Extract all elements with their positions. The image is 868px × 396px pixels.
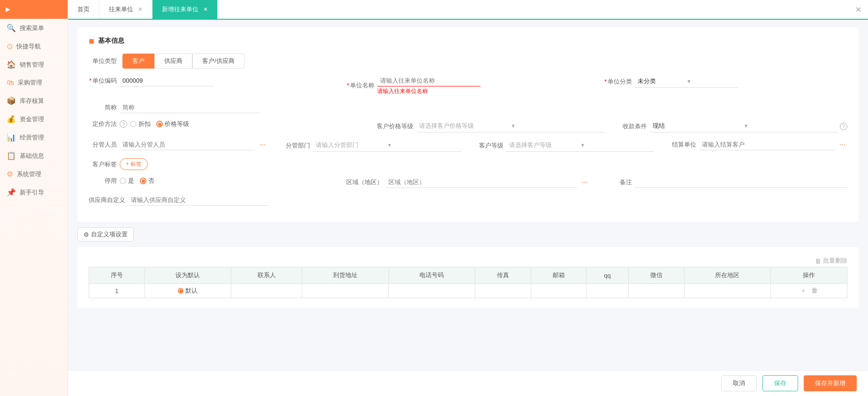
batch-delete-icon: 🗑 — [815, 257, 821, 264]
sidebar-item-label: 资金管理 — [20, 115, 44, 124]
remark-label: 备注 — [604, 178, 632, 186]
customer-tag-label: 客户标签 — [89, 160, 117, 169]
unit-code-input[interactable] — [120, 75, 213, 86]
sidebar-item-guide[interactable]: 📌 新手引导 — [0, 183, 68, 202]
custom-settings-button[interactable]: ⚙ 自定义项设置 — [77, 227, 134, 241]
disabled-yes-radio[interactable] — [120, 178, 126, 184]
default-radio[interactable] — [178, 288, 183, 294]
remark-input[interactable] — [635, 177, 847, 188]
tab-new-partner-label: 新增往来单位 — [162, 5, 198, 14]
type-btn-supplier[interactable]: 供应商 — [154, 54, 192, 69]
short-name-input[interactable] — [120, 102, 260, 113]
department-field: 分管部门 请输入分管部门 ▼ — [282, 139, 461, 152]
col-seq: 序号 — [89, 267, 145, 284]
sidebar-item-quick-nav[interactable]: ⊙ 快捷导航 — [0, 37, 68, 55]
tab-new-partner[interactable]: 新增往来单位 ✕ — [152, 0, 218, 19]
disabled-no-option[interactable]: 否 — [140, 177, 154, 185]
sidebar-item-operations[interactable]: 📊 经营管理 — [0, 128, 68, 147]
pricing-discount-option[interactable]: 折扣 — [130, 120, 151, 128]
sidebar-logo: ▶ — [0, 0, 68, 19]
unit-category-select[interactable]: 未分类 ▼ — [635, 75, 738, 88]
tab-partners[interactable]: 往来单位 ✕ — [99, 0, 152, 19]
region-input[interactable] — [386, 177, 577, 188]
table-row: 1 默认 — [89, 284, 847, 298]
sidebar-item-system[interactable]: ⚙ 系统管理 — [0, 165, 68, 183]
add-tag-button[interactable]: + 标签 — [120, 158, 148, 170]
customer-price-select[interactable]: 请选择客户价格等级 ▼ — [416, 120, 605, 132]
custom-settings-icon: ⚙ — [84, 231, 89, 238]
code-name-category-row: 单位编码 单位名称 请输入往来单位名称 单位分类 未分类 ▼ — [89, 75, 847, 95]
settlement-unit-more-btn[interactable]: ··· — [838, 140, 847, 149]
table-body: 1 默认 — [89, 284, 847, 298]
department-placeholder: 请输入分管部门 — [316, 141, 387, 149]
sidebar-item-sales[interactable]: 🏠 销售管理 — [0, 55, 68, 74]
unit-category-value: 未分类 — [638, 77, 686, 85]
disabled-region-row: 停用 是 否 区域（地区） — [89, 177, 847, 188]
row-delete-icon[interactable]: 🗑 — [810, 287, 819, 294]
sidebar-item-search[interactable]: 🔍 搜索菜单 — [0, 19, 68, 37]
supplier-custom-row: 供应商自定义 — [89, 194, 847, 206]
sidebar-item-label: 销售管理 — [20, 61, 44, 69]
sidebar-item-label: 基础信息 — [20, 152, 44, 160]
short-name-field: 简称 — [89, 102, 847, 113]
pricing-discount-radio[interactable] — [130, 121, 137, 127]
table-header: 序号 设为默认 联系人 到货地址 电话号码 传真 邮箱 qq 微信 所在地区 操… — [89, 267, 847, 284]
col-address: 到货地址 — [302, 267, 388, 284]
save-and-new-button[interactable]: 保存并新增 — [804, 375, 857, 391]
sidebar-item-inventory[interactable]: 📦 库存核算 — [0, 92, 68, 110]
type-btn-customer[interactable]: 客户 — [122, 54, 154, 69]
payment-condition-select[interactable]: 现结 ▼ — [650, 120, 837, 132]
manager-label: 分管人员 — [89, 140, 117, 149]
operations-icon: 📊 — [7, 133, 16, 142]
save-button[interactable]: 保存 — [762, 375, 798, 391]
cancel-button[interactable]: 取消 — [721, 375, 757, 391]
supplier-custom-input[interactable] — [128, 194, 269, 206]
customer-price-placeholder: 请选择客户价格等级 — [419, 122, 510, 130]
disabled-yes-option[interactable]: 是 — [120, 177, 134, 185]
customer-price-field: 客户价格等级 请选择客户价格等级 ▼ — [377, 120, 605, 132]
pricing-help-icon[interactable]: ? — [120, 120, 127, 128]
main-area: 首页 往来单位 ✕ 新增往来单位 ✕ ✕ ◼ 基本信息 单位类型 客户 — [68, 0, 868, 396]
sidebar-item-purchase[interactable]: 🛍 采购管理 — [0, 74, 68, 92]
col-contact: 联系人 — [231, 267, 302, 284]
settlement-unit-input[interactable] — [699, 139, 834, 150]
tab-home[interactable]: 首页 — [68, 0, 99, 19]
disabled-no-radio[interactable] — [140, 178, 146, 184]
sales-icon: 🏠 — [7, 60, 16, 69]
sidebar-item-basic-info[interactable]: 📋 基础信息 — [0, 147, 68, 165]
type-btn-both[interactable]: 客户/供应商 — [192, 54, 244, 69]
unit-category-label: 单位分类 — [604, 78, 632, 86]
sidebar-item-finance[interactable]: 💰 资金管理 — [0, 110, 68, 128]
inventory-icon: 📦 — [7, 96, 16, 105]
col-region: 所在地区 — [684, 267, 770, 284]
pricing-discount-label: 折扣 — [138, 120, 151, 128]
pricing-row: 定价方法 ? 折扣 价格等级 客户价格等级 — [89, 120, 847, 132]
quick-nav-icon: ⊙ — [7, 42, 13, 51]
system-icon: ⚙ — [7, 170, 13, 179]
batch-delete-label[interactable]: 批量删除 — [823, 256, 847, 265]
settlement-unit-field: 结算单位 ··· — [668, 139, 847, 150]
guide-icon: 📌 — [7, 188, 16, 197]
pricing-level-option[interactable]: 价格等级 — [156, 120, 189, 128]
customer-level-chevron: ▼ — [580, 142, 651, 148]
pricing-level-radio[interactable] — [156, 121, 163, 127]
row-add-icon[interactable]: ＋ — [799, 287, 808, 294]
unit-name-error: 请输入往来单位名称 — [377, 87, 590, 95]
payment-condition-chevron: ▼ — [744, 123, 834, 129]
row-default: 默认 — [145, 284, 231, 298]
sidebar-item-label: 库存核算 — [20, 97, 44, 105]
short-name-label: 简称 — [89, 103, 117, 112]
tab-close-all[interactable]: ✕ — [849, 0, 868, 19]
bottom-action-bar: 取消 保存 保存并新增 — [68, 370, 868, 396]
manager-more-btn[interactable]: ··· — [258, 140, 267, 149]
customer-level-select[interactable]: 请选择客户等级 ▼ — [506, 139, 655, 152]
manager-input[interactable] — [120, 139, 255, 150]
tab-new-partner-close[interactable]: ✕ — [203, 6, 208, 13]
payment-help-icon[interactable]: ? — [840, 123, 847, 130]
tab-partners-close[interactable]: ✕ — [138, 6, 143, 13]
region-more-btn[interactable]: ··· — [580, 178, 590, 186]
unit-name-input[interactable] — [377, 75, 480, 86]
department-select[interactable]: 请输入分管部门 ▼ — [313, 139, 461, 152]
pricing-method-label: 定价方法 — [89, 120, 117, 128]
customer-level-placeholder: 请选择客户等级 — [509, 141, 580, 149]
